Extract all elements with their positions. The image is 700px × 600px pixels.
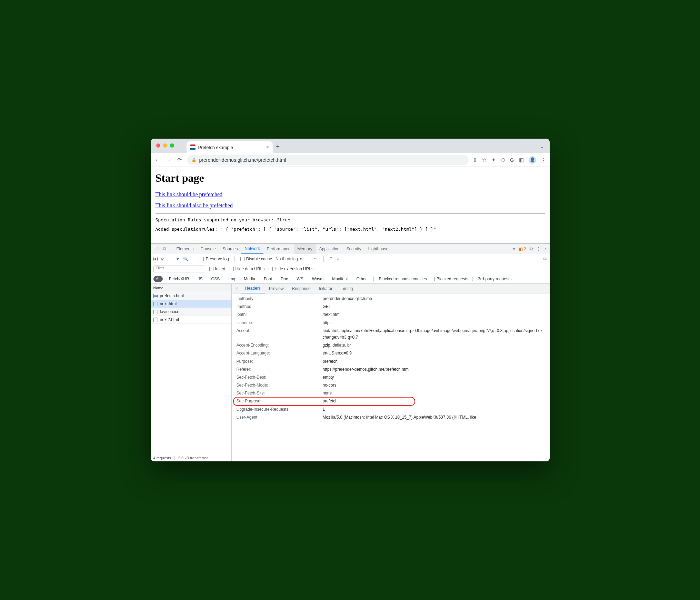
throttling-select[interactable]: No throttling ▼ xyxy=(276,257,302,261)
type-filter-css[interactable]: CSS xyxy=(209,276,222,282)
third-party-checkbox[interactable]: 3rd-party requests xyxy=(472,277,511,281)
forward-button[interactable]: → xyxy=(165,157,172,163)
detail-tab-response[interactable]: Response xyxy=(288,284,315,293)
type-filter-bar: AllFetch/XHRJSCSSImgMediaFontDocWSWasmMa… xyxy=(151,274,550,284)
settings-icon[interactable]: ⚙ xyxy=(529,247,533,251)
divider xyxy=(156,236,545,236)
prefetch-link-2[interactable]: This link should also be prefetched xyxy=(156,202,545,209)
request-row[interactable]: next.html xyxy=(151,300,231,308)
device-toolbar-icon[interactable]: ⧉ xyxy=(161,246,169,252)
hide-extension-urls-checkbox[interactable]: Hide extension URLs xyxy=(269,267,313,271)
panel-tab-elements[interactable]: Elements xyxy=(173,244,197,254)
warnings-badge[interactable]: ◧ 2 xyxy=(519,247,526,251)
share-icon[interactable]: ⇧ xyxy=(473,157,477,163)
close-devtools-icon[interactable]: × xyxy=(544,247,547,251)
status-line-1: Speculation Rules supported on your brow… xyxy=(156,217,545,222)
request-name: next2.html xyxy=(160,317,179,322)
reload-button[interactable]: ⟳ xyxy=(176,157,183,163)
browser-tab[interactable]: Prefetch example × xyxy=(187,141,273,153)
bookmark-icon[interactable]: ☆ xyxy=(482,157,487,163)
menu-icon[interactable]: ⋮ xyxy=(541,157,546,163)
header-name: Sec-Fetch-Dest: xyxy=(237,374,323,381)
type-filter-manifest[interactable]: Manifest xyxy=(330,276,350,282)
more-panels-icon[interactable]: » xyxy=(513,247,516,251)
tabs-dropdown-icon[interactable]: ⌄ xyxy=(540,143,544,149)
header-value: prefetch xyxy=(323,358,545,365)
import-har-icon[interactable]: ⤒ xyxy=(329,257,333,261)
hide-data-urls-checkbox[interactable]: Hide data URLs xyxy=(230,267,265,271)
panel-tab-performance[interactable]: Performance xyxy=(263,244,294,254)
type-filter-fetchxhr[interactable]: Fetch/XHR xyxy=(167,276,192,282)
maximize-window-icon[interactable] xyxy=(170,143,174,148)
detail-tab-preview[interactable]: Preview xyxy=(265,284,288,293)
profile-avatar[interactable]: 👤 xyxy=(529,156,536,164)
header-name: :path: xyxy=(237,311,323,318)
filter-input[interactable]: Filter xyxy=(153,266,205,272)
minimize-window-icon[interactable] xyxy=(163,143,167,148)
page-content: Start page This link should be prefetche… xyxy=(151,167,550,243)
header-row: User-Agent:Mozilla/5.0 (Macintosh; Intel… xyxy=(232,413,550,421)
disable-cache-checkbox[interactable]: Disable cache xyxy=(240,257,272,261)
name-column-header[interactable]: Name xyxy=(151,284,231,292)
close-window-icon[interactable] xyxy=(156,143,160,148)
detail-tab-bar: × HeadersPreviewResponseInitiatorTiming xyxy=(232,284,550,293)
header-value: no-cors xyxy=(323,382,545,389)
devtools-menu-icon[interactable]: ⋮ xyxy=(537,247,541,251)
network-settings-icon[interactable]: ⚙ xyxy=(543,257,547,261)
panel-tab-network[interactable]: Network xyxy=(241,244,263,254)
type-filter-img[interactable]: Img xyxy=(226,276,238,282)
search-icon[interactable]: 🔍 xyxy=(183,257,188,261)
preserve-log-checkbox[interactable]: Preserve log xyxy=(200,257,229,261)
panel-tab-application[interactable]: Application xyxy=(316,244,343,254)
address-bar[interactable]: 🔒 prerender-demos.glitch.me/prefetch.htm… xyxy=(187,155,469,165)
request-row[interactable]: favicon.ico xyxy=(151,308,231,316)
type-filter-all[interactable]: All xyxy=(153,276,163,282)
inspect-icon[interactable]: ⬀ xyxy=(153,246,161,251)
type-filter-font[interactable]: Font xyxy=(261,276,274,282)
panel-tab-memory[interactable]: Memory xyxy=(294,244,316,254)
extensions-icon[interactable]: ✦ xyxy=(491,157,496,163)
header-row: Purpose:prefetch xyxy=(232,358,550,366)
header-value: prerender-demos.glitch.me xyxy=(323,296,545,302)
blocked-requests-checkbox[interactable]: Blocked requests xyxy=(431,277,468,281)
sidepanel-icon[interactable]: ◧ xyxy=(519,157,524,163)
header-row: :scheme:https xyxy=(232,319,550,327)
request-row[interactable]: prefetch.html xyxy=(151,292,231,300)
type-filter-media[interactable]: Media xyxy=(241,276,258,282)
panel-tab-sources[interactable]: Sources xyxy=(219,244,241,254)
back-button[interactable]: ← xyxy=(154,157,161,163)
blocked-cookies-checkbox[interactable]: Blocked response cookies xyxy=(373,277,427,281)
tab-title: Prefetch example xyxy=(198,145,233,150)
clear-button[interactable]: ⊘ xyxy=(161,257,164,261)
request-row[interactable]: next2.html xyxy=(151,316,231,324)
header-row: Sec-Fetch-Site:none xyxy=(232,389,550,397)
type-filter-other[interactable]: Other xyxy=(354,276,369,282)
devtools: ⬀ ⧉ ElementsConsoleSourcesNetworkPerform… xyxy=(151,243,550,461)
headers-list: :authority:prerender-demos.glitch.me:met… xyxy=(232,293,550,461)
type-filter-wasm[interactable]: Wasm xyxy=(310,276,326,282)
panel-tab-security[interactable]: Security xyxy=(343,244,364,254)
panel-tab-lighthouse[interactable]: Lighthouse xyxy=(365,244,392,254)
detail-tab-headers[interactable]: Headers xyxy=(241,284,265,293)
export-har-icon[interactable]: ⤓ xyxy=(336,257,340,261)
filter-toggle-icon[interactable]: ▼ xyxy=(176,257,180,261)
network-conditions-icon[interactable]: ᯤ xyxy=(314,257,318,261)
invert-checkbox[interactable]: Invert xyxy=(209,267,226,271)
type-filter-js[interactable]: JS xyxy=(196,276,205,282)
page-heading: Start page xyxy=(156,172,545,184)
header-row: Accept:text/html,application/xhtml+xml,a… xyxy=(232,327,550,341)
request-detail: × HeadersPreviewResponseInitiatorTiming … xyxy=(232,284,550,461)
panel-tab-console[interactable]: Console xyxy=(197,244,219,254)
labs-icon[interactable]: ⌬ xyxy=(501,157,505,163)
detail-tab-timing[interactable]: Timing xyxy=(337,284,357,293)
new-tab-button[interactable]: + xyxy=(276,143,280,150)
record-button[interactable] xyxy=(153,257,158,261)
close-tab-icon[interactable]: × xyxy=(266,144,269,150)
request-count: 4 requests xyxy=(153,456,171,460)
type-filter-ws[interactable]: WS xyxy=(294,276,306,282)
google-icon[interactable]: G xyxy=(510,157,514,163)
prefetch-link-1[interactable]: This link should be prefetched xyxy=(156,191,545,198)
detail-tab-initiator[interactable]: Initiator xyxy=(315,284,337,293)
type-filter-doc[interactable]: Doc xyxy=(278,276,290,282)
close-detail-icon[interactable]: × xyxy=(233,284,241,293)
